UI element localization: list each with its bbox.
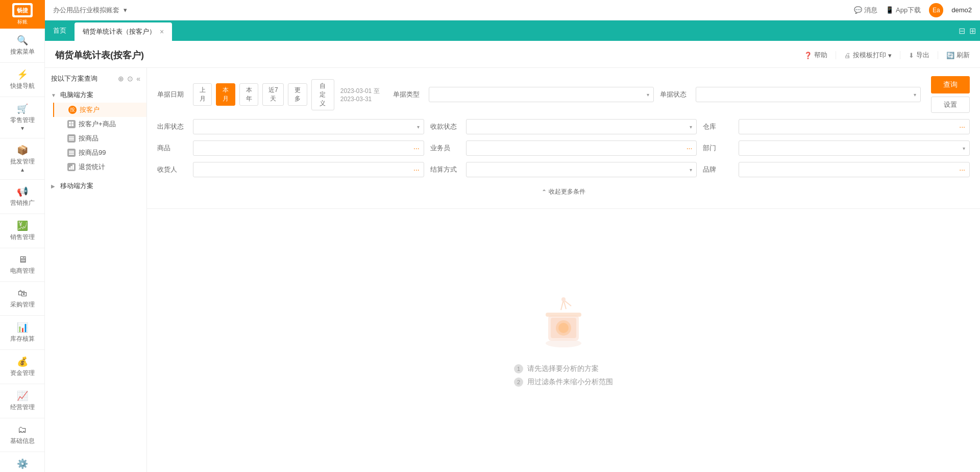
- svg-rect-11: [69, 154, 74, 155]
- tree-section-mobile[interactable]: ▶ 移动端方案: [45, 178, 146, 194]
- department-select[interactable]: ▾: [739, 140, 970, 156]
- ecommerce-icon: 🖥: [18, 254, 27, 265]
- sidebar-item-marketing[interactable]: 📢 营销推广: [0, 180, 44, 214]
- operations-icon: 📈: [17, 390, 28, 402]
- logo[interactable]: 畅捷 标账: [0, 0, 45, 29]
- help-btn[interactable]: ❓ 帮助: [804, 51, 827, 60]
- message-btn[interactable]: 💬 消息: [854, 6, 877, 15]
- logo-text: 标账: [17, 18, 28, 26]
- sidebar-item-finance[interactable]: 💰 资金管理: [0, 350, 44, 384]
- svg-rect-4: [69, 124, 71, 126]
- action-divider2: [900, 51, 900, 59]
- date-btn-last-month[interactable]: 上月: [193, 83, 212, 106]
- filter-row-1: 单据日期 上月 本月 本年 近7天 更多 自定义 2023-03-01 至 20…: [157, 76, 970, 113]
- tab-bar: 首页 销货单统计表（按客户） × ⊟ ⊞: [45, 20, 980, 41]
- receiver-select[interactable]: ···: [193, 162, 424, 177]
- warehouse-label: 仓库: [703, 122, 739, 131]
- system-icon: ⚙️: [17, 458, 28, 469]
- action-divider: [836, 51, 836, 59]
- date-range-display: 2023-03-01 至 2023-03-31: [340, 87, 387, 103]
- tree-child-by-goods[interactable]: 按商品: [53, 131, 146, 146]
- sidebar-item-wholesale[interactable]: 📦 批发管理 ▴: [0, 138, 44, 180]
- out-status-select[interactable]: ▾: [193, 119, 424, 134]
- tab-minimize-btn[interactable]: ⊟: [959, 26, 965, 36]
- sidebar-item-ecommerce[interactable]: 🖥 电商管理: [0, 248, 44, 282]
- svg-text:畅捷: 畅捷: [17, 7, 28, 13]
- date-btn-more[interactable]: 更多: [288, 83, 307, 106]
- document-type-select[interactable]: ▾: [429, 87, 654, 102]
- sidebar-item-basic[interactable]: 🗂 基础信息: [0, 418, 44, 452]
- tree-toggle-desktop: ▼: [51, 92, 57, 98]
- tree-section-mobile-label: 移动端方案: [60, 181, 93, 191]
- tab-sales-stat[interactable]: 销货单统计表（按客户） ×: [75, 22, 172, 41]
- warehouse-select[interactable]: ···: [739, 119, 970, 134]
- purchase-icon: 🛍: [18, 288, 27, 299]
- customer-goods-icon: [67, 120, 76, 128]
- warehouse-dots[interactable]: ···: [959, 123, 965, 131]
- sidebar-item-search[interactable]: 🔍 搜索菜单: [0, 29, 44, 63]
- refresh-btn[interactable]: 🔄 刷新: [946, 51, 970, 60]
- sidebar-item-sales[interactable]: 💹 销售管理: [0, 214, 44, 248]
- date-btn-this-month[interactable]: 本月: [216, 83, 235, 106]
- brand-select[interactable]: ···: [739, 162, 970, 177]
- page-title: 销货单统计表(按客户): [55, 49, 144, 61]
- return-stat-icon: [67, 163, 76, 171]
- date-btn-this-year[interactable]: 本年: [239, 83, 258, 106]
- svg-point-24: [561, 297, 566, 301]
- goods-dots[interactable]: ···: [413, 144, 420, 152]
- collapse-panel-icon[interactable]: «: [136, 75, 140, 83]
- empty-tips: 1 请先选择要分析的方案 2 用过滤条件来缩小分析范围: [514, 364, 613, 387]
- tab-maximize-btn[interactable]: ⊞: [969, 26, 976, 36]
- sidebar-item-retail[interactable]: 🛒 零售管理 ▾: [0, 97, 44, 138]
- settlement-select[interactable]: ▾: [466, 162, 697, 177]
- date-btn-7days[interactable]: 近7天: [262, 83, 284, 106]
- tree-child-return-stat[interactable]: 退货统计: [53, 160, 146, 174]
- filter-row-2: 出库状态 ▾ 收款状态 ▾ 仓库 ···: [157, 119, 970, 134]
- export-btn[interactable]: ⬇ 导出: [909, 51, 929, 60]
- app-download-btn[interactable]: 📱 App下载: [886, 6, 921, 15]
- receiver-dots[interactable]: ···: [413, 166, 420, 174]
- quicknav-icon: ⚡: [17, 69, 28, 80]
- salesperson-dots[interactable]: ···: [687, 144, 693, 152]
- sidebar-menu: 🔍 搜索菜单 ⚡ 快捷导航 🛒 零售管理 ▾ 📦 批发管理 ▴ 📢 营销推广 💹…: [0, 29, 44, 472]
- edit-scheme-icon[interactable]: ⊙: [127, 75, 133, 83]
- empty-state: 1 请先选择要分析的方案 2 用过滤条件来缩小分析范围: [147, 209, 980, 472]
- refresh-icon: 🔄: [946, 52, 954, 59]
- add-scheme-icon[interactable]: ⊕: [118, 75, 124, 83]
- document-status-select[interactable]: ▾: [696, 87, 921, 102]
- tree-child-by-goods-99[interactable]: 按商品99: [53, 146, 146, 160]
- print-icon: 🖨: [844, 52, 851, 59]
- sidebar-item-operations[interactable]: 📈 经营管理: [0, 384, 44, 418]
- tree-child-by-customer[interactable]: 按 按客户: [53, 103, 146, 117]
- tree-section-desktop[interactable]: ▼ 电脑端方案: [45, 87, 146, 103]
- wholesale-icon: 📦: [17, 145, 28, 156]
- tab-close-btn[interactable]: ×: [160, 28, 164, 36]
- header-left: 办公用品行业模拟账套 ▾: [53, 6, 127, 15]
- sidebar-item-purchase[interactable]: 🛍 采购管理: [0, 282, 44, 316]
- svg-rect-7: [69, 138, 74, 139]
- goods-select[interactable]: ···: [193, 140, 424, 156]
- sidebar-item-system[interactable]: ⚙️ 系统管理: [0, 452, 44, 472]
- tree-child-customer-goods[interactable]: 按客户+商品: [53, 117, 146, 131]
- sidebar-item-quicknav[interactable]: ⚡ 快捷导航: [0, 63, 44, 97]
- setting-btn[interactable]: 设置: [931, 97, 970, 113]
- help-icon: ❓: [804, 52, 812, 59]
- query-btn[interactable]: 查询: [931, 76, 970, 93]
- user-avatar[interactable]: Ea: [929, 3, 943, 17]
- receipt-status-select[interactable]: ▾: [466, 119, 697, 134]
- svg-rect-5: [71, 124, 74, 126]
- empty-tip-2: 2 用过滤条件来缩小分析范围: [514, 377, 613, 387]
- collapse-more-btn[interactable]: ⌃ 收起更多条件: [157, 183, 970, 200]
- template-print-btn[interactable]: 🖨 按模板打印 ▾: [844, 51, 892, 60]
- industry-label: 办公用品行业模拟账套: [53, 6, 119, 15]
- panel-header-actions: ⊕ ⊙ «: [118, 75, 140, 83]
- date-btn-custom[interactable]: 自定义: [311, 79, 334, 110]
- svg-rect-9: [69, 151, 74, 152]
- goods-label: 商品: [157, 144, 193, 153]
- tab-home[interactable]: 首页: [45, 20, 75, 41]
- industry-dropdown[interactable]: ▾: [124, 6, 127, 14]
- settlement-arrow: ▾: [690, 167, 692, 173]
- brand-dots[interactable]: ···: [959, 166, 965, 174]
- salesperson-select[interactable]: ···: [466, 140, 697, 156]
- sidebar-item-inventory[interactable]: 📊 库存核算: [0, 316, 44, 350]
